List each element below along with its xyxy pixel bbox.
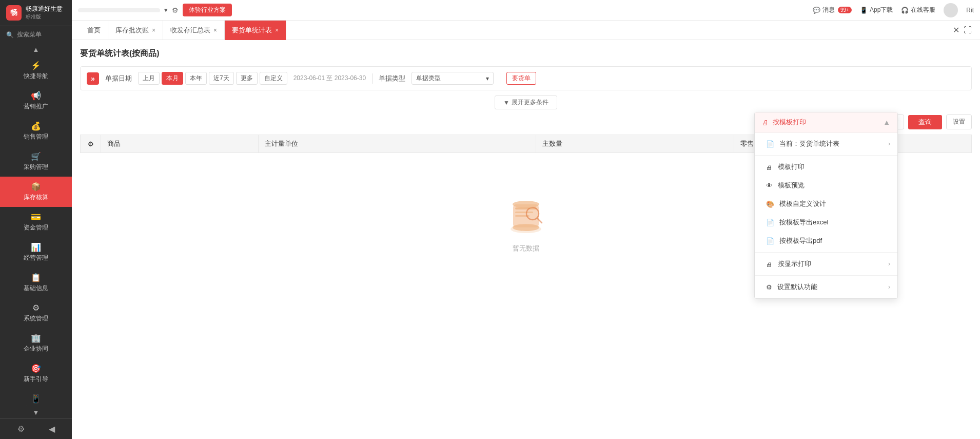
svg-rect-3 [515, 212, 533, 213]
order-type-select[interactable]: 单据类型 ▾ [411, 72, 494, 85]
app-download-btn[interactable]: 📱 App下载 [860, 6, 893, 14]
print-default-section: ⚙ 设置默认功能 › [755, 276, 897, 298]
tab-batch-accounts-close[interactable]: × [152, 27, 155, 34]
messages-badge: 99+ [838, 7, 852, 13]
purchase-icon: 🛒 [31, 151, 41, 161]
export-pdf-label: 按模板导出pdf [779, 236, 822, 245]
search-icon: 🔍 [6, 31, 14, 39]
empty-text: 暂无数据 [513, 244, 539, 253]
app-name-block: 畅康通好生意 标准版 [26, 5, 63, 21]
system-icon: ⚙ [32, 303, 40, 313]
tabbar-right-actions: ✕ ⛶ [953, 25, 972, 35]
print-template-design-item[interactable]: 🎨 模板自定义设计 [755, 195, 897, 213]
template-print-label: 模板打印 [778, 162, 805, 171]
sidebar-settings-btn[interactable]: ⚙ [17, 424, 25, 434]
sidebar-item-sales[interactable]: 💰 销售管理 [0, 116, 72, 146]
tab-home-label: 首页 [87, 26, 101, 35]
page-area: 要货单统计表(按商品) » 单据日期 上月 本月 本年 近7天 更多 自定义 2… [72, 40, 980, 439]
topbar-gear-btn[interactable]: ⚙ [172, 6, 179, 14]
tab-maximize-btn[interactable]: ⛶ [964, 26, 972, 35]
template-print-icon: 🖨 [766, 163, 773, 171]
query-btn[interactable]: 查询 [908, 115, 942, 129]
date-btn-last-7-days[interactable]: 近7天 [209, 72, 234, 85]
new-guide-icon: 🎯 [31, 364, 41, 373]
print-header-icon: 🖨 [762, 119, 769, 126]
sidebar-item-basic-info[interactable]: 📋 基础信息 [0, 268, 72, 298]
goods-field-btn[interactable]: 要货单 [506, 72, 536, 85]
sidebar-item-purchase[interactable]: 🛒 采购管理 [0, 146, 72, 177]
print-default-func-item[interactable]: ⚙ 设置默认功能 › [755, 278, 897, 296]
date-btn-last-month[interactable]: 上月 [138, 72, 160, 85]
empty-illustration [503, 194, 549, 237]
app-download-label: App下载 [870, 6, 893, 14]
print-current-template-item[interactable]: 📄 当前：要货单统计表 › [755, 135, 897, 153]
sidebar-item-quick-nav[interactable]: ⚡ 快捷导航 [0, 55, 72, 86]
template-design-icon: 🎨 [766, 200, 774, 208]
sidebar-item-finance[interactable]: 💳 资金管理 [0, 207, 72, 237]
date-btn-this-month[interactable]: 本月 [162, 72, 183, 85]
messages-label: 消息 [822, 6, 835, 14]
basic-info-icon: 📋 [31, 273, 41, 282]
sidebar-scroll-up[interactable]: ▲ [0, 43, 72, 55]
topbar-dropdown-btn[interactable]: ▾ [164, 6, 168, 14]
order-type-label: 单据类型 [379, 74, 405, 83]
tab-order-stats[interactable]: 要货单统计表 × [225, 21, 286, 40]
print-export-excel-item[interactable]: 📄 按模板导出excel [755, 213, 897, 232]
print-template-print-item[interactable]: 🖨 模板打印 [755, 158, 897, 176]
messages-btn[interactable]: 💬 消息 99+ [813, 6, 852, 14]
sidebar-footer: ⚙ ◀ [0, 418, 72, 439]
service-icon: 🎧 [901, 7, 909, 14]
tab-close-all-btn[interactable]: ✕ [953, 25, 959, 35]
sidebar-item-inventory[interactable]: 📦 库存核算 [0, 177, 72, 207]
filter-divider-1 [372, 73, 373, 84]
topbar: ▾ ⚙ 体验行业方案 💬 消息 99+ 📱 App下载 🎧 在线客服 Rit [72, 0, 980, 21]
sidebar-search-btn[interactable]: 🔍 搜索菜单 [0, 26, 72, 43]
default-func-label: 设置默认功能 [777, 282, 817, 292]
sidebar-item-system[interactable]: ⚙ 系统管理 [0, 298, 72, 328]
tab-batch-accounts[interactable]: 库存批次账 × [108, 21, 163, 40]
print-dropdown-close-icon[interactable]: ▲ [883, 118, 890, 126]
print-dropdown-header-left: 🖨 按模板打印 [762, 118, 806, 127]
date-btn-custom[interactable]: 自定义 [260, 72, 287, 85]
tab-home[interactable]: 首页 [80, 21, 108, 40]
sales-icon: 💰 [31, 121, 41, 131]
print-dropdown-header[interactable]: 🖨 按模板打印 ▲ [755, 112, 897, 132]
sidebar-item-enterprise[interactable]: 🏢 企业协同 [0, 328, 72, 358]
sidebar-item-label: 经营管理 [24, 254, 48, 262]
user-avatar[interactable] [944, 3, 958, 17]
settings-btn[interactable]: 设置 [946, 114, 972, 129]
sidebar-item-app-center[interactable]: 📱 应用中心 [0, 389, 72, 406]
template-preview-icon: 👁 [766, 182, 773, 189]
sidebar-item-label: 营销推广 [24, 102, 48, 111]
tab-receivable-summary[interactable]: 收发存汇总表 × [163, 21, 225, 40]
filter-expand-btn[interactable]: » [87, 72, 99, 85]
expand-more-label: 展开更多条件 [512, 98, 548, 107]
sidebar-item-label: 采购管理 [24, 163, 48, 171]
trial-btn[interactable]: 体验行业方案 [183, 4, 232, 16]
svg-point-8 [513, 224, 539, 231]
print-dropdown-items-section: 🖨 模板打印 👁 模板预览 🎨 模板自定义设计 📄 按模板导出excel 📄 [755, 156, 897, 253]
sidebar-item-marketing[interactable]: 📢 营销推广 [0, 86, 72, 116]
template-preview-label: 模板预览 [778, 181, 805, 190]
online-service-label: 在线客服 [911, 6, 935, 14]
print-display-section: 🖨 按显示打印 › [755, 253, 897, 276]
print-export-pdf-item[interactable]: 📄 按模板导出pdf [755, 232, 897, 250]
date-btn-this-year[interactable]: 本年 [185, 72, 207, 85]
online-service-btn[interactable]: 🎧 在线客服 [901, 6, 935, 14]
expand-more-container: ▼ 展开更多条件 [80, 96, 972, 109]
date-btn-more[interactable]: 更多 [236, 72, 258, 85]
sidebar-scroll-down[interactable]: ▼ [0, 406, 72, 418]
expand-more-btn[interactable]: ▼ 展开更多条件 [495, 96, 557, 109]
sidebar-item-operations[interactable]: 📊 经营管理 [0, 237, 72, 268]
col-settings[interactable]: ⚙ [81, 135, 101, 153]
sidebar-collapse-btn[interactable]: ◀ [49, 424, 55, 434]
display-print-label: 按显示打印 [778, 259, 811, 269]
print-display-print-item[interactable]: 🖨 按显示打印 › [755, 255, 897, 273]
print-template-preview-item[interactable]: 👁 模板预览 [755, 176, 897, 195]
tab-order-stats-close[interactable]: × [275, 27, 279, 34]
username[interactable]: Rit [966, 7, 974, 14]
display-print-arrow: › [888, 260, 890, 268]
tab-receivable-summary-close[interactable]: × [213, 27, 217, 34]
sidebar-item-new-guide[interactable]: 🎯 新手引导 [0, 358, 72, 389]
topbar-actions: 💬 消息 99+ 📱 App下载 🎧 在线客服 Rit [813, 3, 974, 17]
